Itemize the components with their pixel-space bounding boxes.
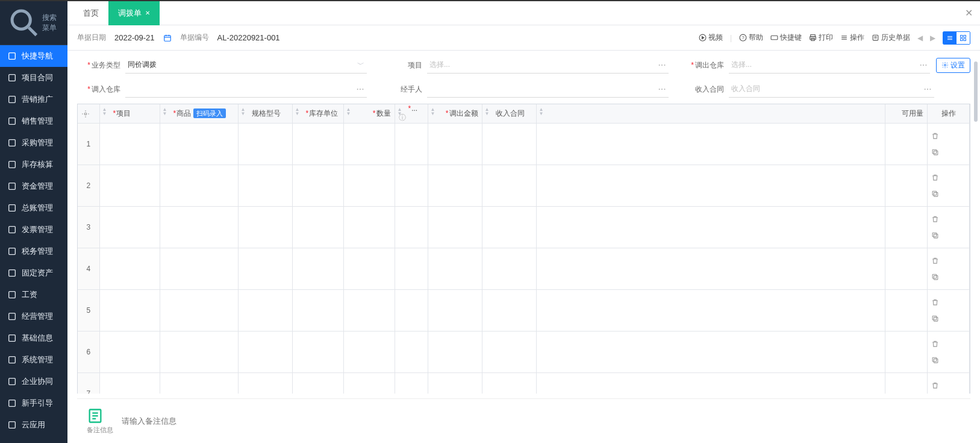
shortcut-button[interactable]: 快捷键 [770,33,802,43]
tab-current[interactable]: 调拨单 ✕ [108,1,160,25]
copy-icon[interactable] [931,148,966,156]
asset-icon [7,268,17,278]
income-select[interactable]: 收入合同 ··· [729,81,934,98]
sidebar-item-1[interactable]: 项目合同 [0,67,67,89]
sidebar-item-13[interactable]: 基础信息 [0,327,67,349]
sidebar-item-3[interactable]: 销售管理 [0,110,67,132]
history-icon [872,34,879,42]
data-grid[interactable]: ▲▼*项目 ▲▼*商品扫码录入 ▲▼规格型号 ▲▼*库存单位 ▲▼*数量 ▲▼*… [77,104,970,394]
biz-type-label: *业务类型 [77,60,125,71]
delete-icon[interactable] [931,382,966,389]
main-panel: 首页 调拨单 ✕ ✕ 单据日期 2022-09-21 单据编号 AL-20220… [67,1,980,443]
sidebar-item-16[interactable]: 新手引导 [0,392,67,414]
sidebar-item-14[interactable]: 系统管理 [0,349,67,371]
delete-icon[interactable] [931,215,966,223]
tab-home[interactable]: 首页 [73,1,108,25]
sidebar-item-0[interactable]: 快捷导航 [0,45,67,67]
svg-rect-18 [9,400,16,407]
svg-rect-15 [9,335,16,342]
svg-rect-54 [932,274,937,278]
menu-search[interactable]: 搜索菜单 [0,1,67,45]
date-value[interactable]: 2022-09-21 [114,33,155,42]
docno-label: 单据编号 [180,33,209,43]
table-row[interactable]: 6 [78,331,970,373]
nav-next[interactable]: ▶ [930,34,935,42]
bag-icon [7,138,17,148]
sidebar-item-17[interactable]: 云应用 [0,414,67,436]
biz-type-select[interactable]: 同价调拨 ﹀ [125,57,367,74]
col-goods[interactable]: ▲▼*商品扫码录入 [160,104,238,124]
sidebar-item-12[interactable]: 经营管理 [0,306,67,327]
sidebar-item-10[interactable]: 固定资产 [0,262,67,284]
col-avail[interactable]: 可用量 [885,104,928,124]
svg-point-46 [84,113,87,115]
table-row[interactable]: 4 [78,248,970,290]
in-wh-select[interactable]: ··· [125,81,367,98]
delete-icon[interactable] [931,257,966,265]
view-list-icon[interactable] [943,32,957,44]
table-row[interactable]: 3 [78,207,970,248]
table-row[interactable]: 2 [78,165,970,207]
help-icon: ? [739,34,747,42]
sidebar-item-2[interactable]: 营销推广 [0,89,67,110]
table-row[interactable]: 7 [78,373,970,394]
delete-icon[interactable] [931,298,966,306]
table-row[interactable]: 5 [78,290,970,331]
remark-input[interactable] [122,413,961,430]
video-button[interactable]: 视频 [699,33,723,43]
scrollbar[interactable] [974,61,978,122]
copy-icon[interactable] [931,315,966,322]
copy-icon[interactable] [931,231,966,239]
copy-icon[interactable] [931,356,966,364]
sidebar-item-15[interactable]: 企业协同 [0,371,67,392]
col-income[interactable]: ▲▼收入合同 [482,104,536,124]
help-button[interactable]: ? 帮助 [739,33,763,43]
home-icon [7,51,17,61]
more-icon: ··· [924,85,932,93]
svg-rect-8 [9,183,16,190]
delete-icon[interactable] [931,132,966,140]
sidebar-item-6[interactable]: 资金管理 [0,175,67,197]
view-toggle[interactable] [943,31,970,45]
delete-icon[interactable] [931,340,966,348]
col-spec[interactable]: ▲▼规格型号 [238,104,292,124]
handler-select[interactable]: ··· [427,81,669,98]
svg-text:?: ? [741,35,744,40]
manage-icon [7,312,17,321]
tax-icon [7,247,17,256]
tabs-close-all[interactable]: ✕ [965,7,973,19]
sidebar-item-8[interactable]: 发票管理 [0,219,67,240]
col-project[interactable]: ▲▼*项目 [99,104,160,124]
copy-icon[interactable] [931,190,966,198]
out-wh-select[interactable]: 选择... ··· [729,57,930,74]
sidebar-item-11[interactable]: 工资 [0,284,67,306]
column-config[interactable] [78,104,99,124]
col-amount[interactable]: ▲▼*调出金额 [428,104,482,124]
svg-rect-2 [9,53,16,60]
view-card-icon[interactable] [957,32,970,44]
project-select[interactable]: 选择... ··· [427,57,669,74]
svg-rect-48 [932,149,937,154]
col-qty[interactable]: ▲▼*数量 [343,104,395,124]
copy-icon[interactable] [931,273,966,281]
print-button[interactable]: 打印 [809,33,833,43]
action-button[interactable]: 操作 [840,33,864,43]
nav-prev[interactable]: ◀ [917,34,923,42]
delete-icon[interactable] [931,174,966,181]
calendar-icon[interactable] [163,34,172,42]
form: *业务类型 同价调拨 ﹀ 项目 选择... ··· *调出仓库 [67,51,980,104]
table-row[interactable]: 1 [78,124,970,165]
setting-button[interactable]: 设置 [936,58,970,73]
col-dot[interactable]: ▲▼*... ⓘ [395,104,428,124]
sidebar-item-5[interactable]: 库存核算 [0,154,67,175]
history-button[interactable]: 历史单据 [872,33,910,43]
tab-close-icon[interactable]: ✕ [145,10,150,16]
sidebar-item-7[interactable]: 总账管理 [0,197,67,219]
col-unit[interactable]: ▲▼*库存单位 [292,104,343,124]
svg-rect-49 [934,192,938,196]
svg-marker-25 [702,36,704,39]
sidebar-item-4[interactable]: 采购管理 [0,132,67,154]
house-icon [7,160,17,169]
sidebar-item-9[interactable]: 税务管理 [0,240,67,262]
scan-badge[interactable]: 扫码录入 [193,108,226,118]
